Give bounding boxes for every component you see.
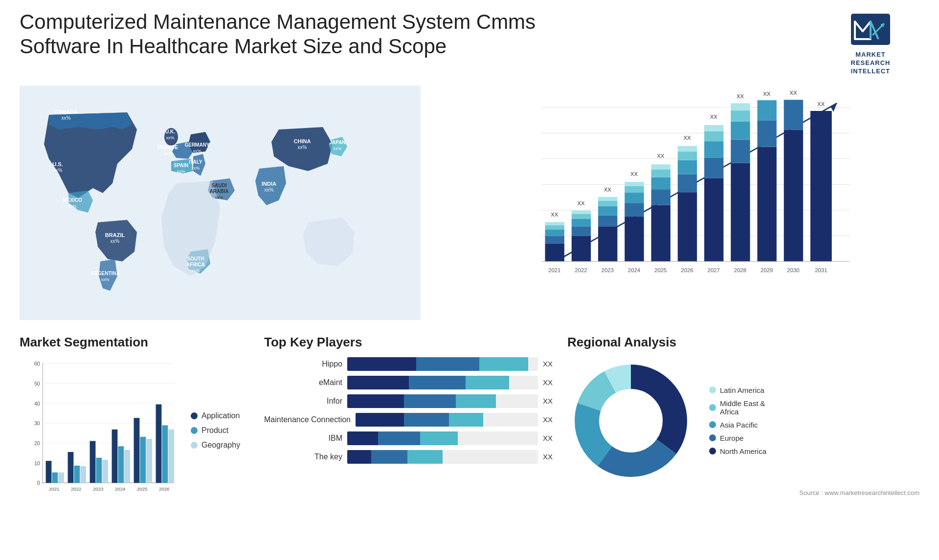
svg-rect-80 bbox=[758, 147, 777, 261]
player-bar-maintenance bbox=[356, 413, 538, 427]
svg-text:2023: 2023 bbox=[602, 267, 614, 273]
svg-rect-126 bbox=[112, 430, 118, 483]
svg-rect-39 bbox=[572, 226, 591, 236]
player-label-ibm: XX bbox=[543, 434, 558, 442]
bar-chart-svg: XX XX XX bbox=[465, 90, 910, 296]
player-name-emaint: eMaint bbox=[264, 378, 342, 387]
svg-text:2025: 2025 bbox=[137, 486, 147, 492]
bar-2021: XX bbox=[545, 212, 564, 261]
reg-label-northamerica: North America bbox=[720, 447, 766, 455]
svg-rect-118 bbox=[52, 472, 58, 482]
svg-text:ARABIA: ARABIA bbox=[210, 189, 229, 194]
svg-text:2023: 2023 bbox=[93, 486, 103, 492]
player-label-hippo: XX bbox=[543, 360, 558, 368]
svg-rect-69 bbox=[704, 157, 723, 178]
player-bar-infor bbox=[347, 394, 538, 408]
svg-rect-52 bbox=[625, 193, 644, 203]
svg-text:XX: XX bbox=[763, 90, 771, 96]
logo-box: MARKET RESEARCH INTELLECT bbox=[822, 10, 919, 76]
player-bar-emaint bbox=[347, 376, 538, 389]
svg-rect-87 bbox=[810, 111, 832, 261]
svg-rect-65 bbox=[678, 151, 697, 160]
svg-rect-42 bbox=[572, 211, 591, 214]
svg-rect-82 bbox=[758, 100, 777, 120]
svg-text:20: 20 bbox=[34, 440, 40, 446]
svg-text:xx%: xx% bbox=[177, 169, 185, 174]
bar-2026: XX bbox=[678, 134, 697, 261]
source-text: Source : www.marketresearchintellect.com bbox=[567, 489, 919, 496]
svg-rect-60 bbox=[651, 164, 671, 170]
svg-text:2026: 2026 bbox=[681, 267, 693, 273]
reg-dot-northamerica bbox=[709, 448, 716, 454]
svg-rect-35 bbox=[545, 225, 564, 229]
map-label-india: INDIA bbox=[262, 181, 276, 187]
player-name-maintenance: Maintenance Connection bbox=[264, 415, 351, 424]
segmentation-title: Market Segmentation bbox=[20, 335, 254, 350]
svg-rect-68 bbox=[704, 178, 723, 261]
svg-rect-131 bbox=[146, 439, 152, 483]
players-inner: Hippo XX eMaint bbox=[264, 357, 558, 464]
donut-chart-container bbox=[567, 357, 694, 484]
regional-title: Regional Analysis bbox=[567, 335, 919, 350]
svg-text:XX: XX bbox=[710, 113, 718, 119]
regional-legend: Latin America Middle East &Africa Asia P… bbox=[709, 386, 766, 455]
svg-text:XX: XX bbox=[737, 93, 744, 99]
svg-text:0: 0 bbox=[37, 480, 40, 486]
map-label-saudi: SAUDI bbox=[211, 183, 226, 188]
map-label-canada: CANADA bbox=[54, 109, 78, 115]
svg-point-146 bbox=[604, 394, 658, 448]
svg-rect-134 bbox=[168, 430, 174, 483]
map-label-uk: U.K. bbox=[165, 129, 175, 134]
svg-text:xx%: xx% bbox=[298, 145, 307, 150]
svg-rect-81 bbox=[758, 120, 777, 147]
legend-label-geography: Geography bbox=[201, 441, 240, 450]
player-row-maintenance: Maintenance Connection XX bbox=[264, 413, 558, 427]
legend-product: Product bbox=[191, 426, 254, 435]
player-row-infor: Infor XX bbox=[264, 394, 558, 408]
map-label-france: FRANCE bbox=[157, 145, 178, 150]
players-section: Top Key Players Hippo XX eMaint bbox=[264, 335, 558, 520]
svg-text:60: 60 bbox=[34, 361, 40, 366]
reg-dot-latin bbox=[709, 387, 716, 393]
svg-rect-33 bbox=[545, 236, 564, 243]
map-label-japan: JAPAN bbox=[329, 140, 345, 145]
svg-text:xx%: xx% bbox=[163, 151, 172, 156]
svg-rect-129 bbox=[134, 418, 140, 483]
player-label-maintenance: XX bbox=[543, 415, 558, 424]
svg-rect-64 bbox=[678, 160, 697, 174]
map-label-spain: SPAIN bbox=[174, 163, 188, 168]
svg-rect-51 bbox=[625, 203, 644, 216]
svg-rect-62 bbox=[678, 192, 697, 261]
svg-rect-117 bbox=[46, 461, 52, 483]
bar-chart-container: XX XX XX bbox=[435, 86, 919, 320]
svg-rect-34 bbox=[545, 229, 564, 236]
svg-rect-123 bbox=[90, 441, 96, 483]
svg-rect-63 bbox=[678, 174, 697, 192]
svg-text:XX: XX bbox=[789, 90, 797, 96]
svg-rect-48 bbox=[598, 197, 617, 201]
svg-text:xx%: xx% bbox=[166, 135, 174, 140]
world-map-container: CANADA xx% U.S. xx% MEXICO xx% BRAZIL xx… bbox=[20, 86, 421, 320]
svg-rect-54 bbox=[625, 182, 644, 186]
svg-rect-125 bbox=[102, 460, 108, 483]
top-section: CANADA xx% U.S. xx% MEXICO xx% BRAZIL xx… bbox=[20, 86, 919, 320]
players-title: Top Key Players bbox=[264, 335, 558, 350]
svg-rect-122 bbox=[80, 466, 86, 483]
player-row-hippo: Hippo XX bbox=[264, 357, 558, 371]
player-name-hippo: Hippo bbox=[264, 360, 342, 368]
player-label-thekey: XX bbox=[543, 452, 558, 461]
svg-text:xx%: xx% bbox=[191, 268, 200, 273]
seg-chart: 0 10 20 30 40 50 60 bbox=[20, 357, 181, 504]
svg-text:xx%: xx% bbox=[191, 166, 200, 171]
map-label-china: CHINA bbox=[294, 138, 311, 144]
svg-rect-77 bbox=[731, 110, 750, 122]
svg-text:XX: XX bbox=[577, 200, 585, 206]
reg-legend-apac: Asia Pacific bbox=[709, 421, 766, 429]
page-title: Computerized Maintenance Management Syst… bbox=[20, 10, 558, 59]
legend-dot-application bbox=[191, 412, 198, 419]
svg-text:2028: 2028 bbox=[734, 267, 746, 273]
reg-legend-northamerica: North America bbox=[709, 447, 766, 455]
svg-rect-85 bbox=[784, 100, 803, 129]
svg-text:xx%: xx% bbox=[62, 115, 71, 121]
svg-rect-84 bbox=[784, 129, 803, 261]
